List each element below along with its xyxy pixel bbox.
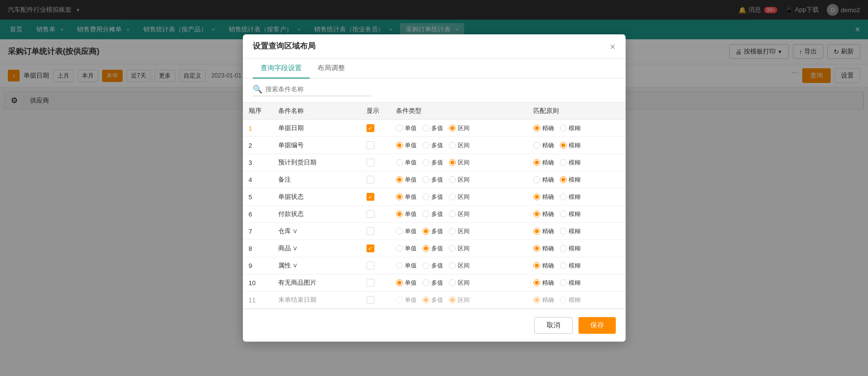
row-display-cell[interactable] (361, 257, 390, 274)
match-fuzzy-radio[interactable]: 模糊 (560, 244, 580, 253)
type-multi-radio[interactable]: 多值 (422, 262, 443, 270)
display-checkbox[interactable] (367, 176, 374, 184)
display-checkbox[interactable] (367, 227, 374, 235)
match-fuzzy-radio[interactable]: 模糊 (560, 124, 580, 133)
type-range-radio[interactable]: 区间 (449, 279, 470, 287)
match-exact-radio[interactable]: 精确 (533, 210, 554, 218)
type-single-radio[interactable]: 单值 (396, 159, 417, 167)
radio-dot-multi (422, 262, 429, 269)
match-exact-radio[interactable]: 精确 (533, 159, 554, 167)
search-input[interactable] (265, 85, 364, 93)
match-fuzzy-radio[interactable]: 模糊 (560, 210, 580, 218)
match-exact-radio[interactable]: 精确 (533, 176, 554, 184)
type-single-radio[interactable]: 单值 (396, 296, 417, 304)
display-checkbox[interactable] (367, 193, 374, 201)
tab-query-fields[interactable]: 查询字段设置 (253, 59, 310, 79)
row-display-cell[interactable] (361, 206, 390, 223)
tab-layout-adjust[interactable]: 布局调整 (310, 59, 353, 79)
radio-dot-single (396, 279, 403, 286)
row-display-cell[interactable] (361, 223, 390, 240)
table-row: 10 有无商品图片 单值 多值 区间 精确 (243, 274, 626, 292)
row-name: 单据编号 (272, 137, 361, 154)
display-checkbox[interactable] (367, 244, 374, 252)
type-range-radio[interactable]: 区间 (449, 141, 470, 150)
match-fuzzy-radio[interactable]: 模糊 (560, 159, 580, 167)
display-checkbox[interactable] (367, 141, 374, 149)
radio-dot-fuzzy (560, 142, 567, 149)
match-radio-group: 精确 模糊 (533, 296, 620, 304)
type-single-radio[interactable]: 单值 (396, 193, 417, 201)
type-multi-radio[interactable]: 多值 (422, 193, 443, 201)
match-exact-radio[interactable]: 精确 (533, 279, 554, 287)
match-fuzzy-radio[interactable]: 模糊 (560, 279, 580, 287)
type-range-radio[interactable]: 区间 (449, 262, 470, 270)
match-exact-radio[interactable]: 精确 (533, 227, 554, 236)
row-name: 仓库 ∨ (272, 223, 361, 240)
radio-dot-single (396, 159, 403, 166)
match-exact-radio[interactable]: 精确 (533, 193, 554, 201)
type-radio-group: 单值 多值 区间 (396, 176, 522, 184)
type-multi-radio[interactable]: 多值 (422, 244, 443, 253)
match-fuzzy-radio[interactable]: 模糊 (560, 176, 580, 184)
match-exact-radio[interactable]: 精确 (533, 244, 554, 253)
match-fuzzy-radio[interactable]: 模糊 (560, 227, 580, 236)
type-multi-radio[interactable]: 多值 (422, 296, 443, 304)
match-fuzzy-radio[interactable]: 模糊 (560, 296, 580, 304)
match-exact-radio[interactable]: 精确 (533, 124, 554, 133)
save-button[interactable]: 保存 (579, 317, 616, 334)
display-checkbox[interactable] (367, 210, 374, 218)
type-range-radio[interactable]: 区间 (449, 159, 470, 167)
type-single-radio[interactable]: 单值 (396, 244, 417, 253)
row-display-cell[interactable] (361, 188, 390, 206)
type-multi-radio[interactable]: 多值 (422, 124, 443, 133)
dialog-close-button[interactable]: × (610, 42, 616, 52)
display-checkbox[interactable] (367, 159, 374, 166)
row-display-cell[interactable] (361, 171, 390, 188)
match-exact-radio[interactable]: 精确 (533, 296, 554, 304)
cancel-button[interactable]: 取消 (534, 317, 573, 334)
match-exact-radio[interactable]: 精确 (533, 262, 554, 270)
type-single-radio[interactable]: 单值 (396, 141, 417, 150)
type-range-radio[interactable]: 区间 (449, 176, 470, 184)
radio-dot-single (396, 193, 403, 200)
type-range-radio[interactable]: 区间 (449, 193, 470, 201)
row-display-cell[interactable] (361, 240, 390, 257)
type-radio-group: 单值 多值 区间 (396, 159, 522, 167)
type-multi-radio[interactable]: 多值 (422, 141, 443, 150)
row-display-cell[interactable] (361, 292, 390, 309)
type-range-radio[interactable]: 区间 (449, 124, 470, 133)
row-display-cell[interactable] (361, 120, 390, 137)
type-single-radio[interactable]: 单值 (396, 227, 417, 236)
radio-dot-fuzzy (560, 296, 567, 303)
match-fuzzy-radio[interactable]: 模糊 (560, 193, 580, 201)
row-order: 11 (243, 292, 272, 309)
match-fuzzy-radio[interactable]: 模糊 (560, 262, 580, 270)
type-single-radio[interactable]: 单值 (396, 279, 417, 287)
type-range-radio[interactable]: 区间 (449, 227, 470, 236)
row-display-cell[interactable] (361, 154, 390, 171)
radio-dot-multi (422, 176, 429, 183)
display-checkbox[interactable] (367, 279, 374, 287)
type-single-radio[interactable]: 单值 (396, 262, 417, 270)
radio-dot-range (449, 211, 456, 217)
display-checkbox[interactable] (367, 124, 374, 132)
type-range-radio[interactable]: 区间 (449, 296, 470, 304)
type-multi-radio[interactable]: 多值 (422, 227, 443, 236)
match-exact-radio[interactable]: 精确 (533, 141, 554, 150)
match-fuzzy-radio[interactable]: 模糊 (560, 141, 580, 150)
type-single-radio[interactable]: 单值 (396, 124, 417, 133)
type-multi-radio[interactable]: 多值 (422, 279, 443, 287)
type-multi-radio[interactable]: 多值 (422, 176, 443, 184)
display-checkbox[interactable] (367, 296, 374, 304)
radio-dot-multi (422, 159, 429, 166)
type-multi-radio[interactable]: 多值 (422, 210, 443, 218)
type-single-radio[interactable]: 单值 (396, 176, 417, 184)
type-range-radio[interactable]: 区间 (449, 244, 470, 253)
radio-dot-exact (533, 159, 540, 166)
row-display-cell[interactable] (361, 274, 390, 292)
display-checkbox[interactable] (367, 262, 374, 269)
row-display-cell[interactable] (361, 137, 390, 154)
type-range-radio[interactable]: 区间 (449, 210, 470, 218)
type-multi-radio[interactable]: 多值 (422, 159, 443, 167)
type-single-radio[interactable]: 单值 (396, 210, 417, 218)
